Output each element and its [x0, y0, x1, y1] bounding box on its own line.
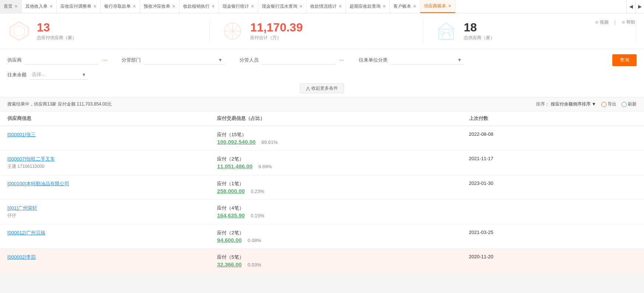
stat-label-total: 总供应商（家）: [464, 35, 495, 41]
close-tab-customer-ledger[interactable]: ✕: [413, 4, 416, 9]
transaction-label: 应付（4笔）: [217, 205, 469, 211]
transaction-label: 应付（5笔）: [217, 254, 469, 261]
close-tab-receipt-stats[interactable]: ✕: [339, 4, 342, 9]
export-icon: [601, 102, 606, 107]
transaction-row: 258,000.00 0.23%: [217, 187, 469, 194]
transaction-percent: 9.89%: [258, 164, 272, 169]
table-row[interactable]: [000012]广州贝瑞 应付（2笔） 94,600.00 0.08% 2021…: [0, 224, 644, 249]
supplier-dots[interactable]: ···: [102, 57, 107, 63]
supplier-table: 供应商信息 应付交易信息（占比） 上次付数 [000001]张三 应付（15笔）…: [0, 111, 644, 273]
transaction-amount[interactable]: 94,600.00: [217, 237, 242, 243]
tab-bank-deposit[interactable]: 银行存取款单 ✕: [101, 0, 140, 13]
table-row[interactable]: [000001]张三 应付（15笔） 100,092,540.00 89.61%…: [0, 126, 644, 151]
balance-select[interactable]: 选择... ▼: [29, 70, 88, 80]
supplier-link[interactable]: [000002]李四: [7, 254, 217, 261]
transaction-percent: 0.08%: [248, 238, 261, 243]
tab-receipt-stats[interactable]: 收款情况统计 ✕: [307, 0, 346, 13]
category-select[interactable]: ▼: [391, 56, 464, 65]
stats-bar: 13 总应付供应商（家） 11,170.39 应付合计（万）: [0, 13, 644, 49]
close-tab-receipt-verify[interactable]: ✕: [211, 4, 215, 9]
supplier-input[interactable]: [25, 56, 98, 65]
close-tab-bank-deposit[interactable]: ✕: [133, 4, 136, 9]
person-dots[interactable]: ···: [339, 57, 344, 63]
stat-label-ap: 应付合计（万）: [250, 35, 302, 41]
transaction-info: 应付（2笔） 94,600.00 0.08%: [217, 230, 469, 243]
person-input[interactable]: [262, 56, 335, 65]
refresh-button[interactable]: 刷新: [622, 101, 637, 107]
tab-prepay-offset[interactable]: 预收冲应收单 ✕: [140, 0, 179, 13]
sort-value[interactable]: 按应付余额倒序排序 ▼: [551, 101, 596, 107]
tab-overdue-ar[interactable]: 超期应收款查询 ✕: [346, 0, 390, 13]
close-tab-cash-bank-flow[interactable]: ✕: [299, 4, 302, 9]
transaction-amount[interactable]: 258,000.00: [217, 188, 245, 194]
results-bar: 搜索结果中，供应商13家 应付金额 111,703,854.00元 排序： 按应…: [0, 97, 644, 111]
dept-select[interactable]: ▼: [144, 56, 225, 65]
stat-ap-total: 11,170.39 应付合计（万）: [210, 19, 423, 43]
supplier-info: [000001]张三: [7, 131, 217, 138]
category-arrow: ▼: [457, 57, 462, 63]
tab-home[interactable]: 首页 ✕: [0, 0, 22, 13]
close-tab-cash-bank-stats[interactable]: ✕: [251, 4, 254, 9]
sort-label: 排序： 按应付余额倒序排序 ▼: [536, 101, 596, 107]
svg-rect-8: [442, 33, 450, 39]
transaction-row: 164,635.90 0.15%: [217, 211, 469, 218]
transaction-amount[interactable]: 32,366.00: [217, 261, 242, 268]
table-row[interactable]: [000100]本特勤油品有限公司 应付（1笔） 258,000.00 0.23…: [0, 175, 644, 200]
table-rows: [000001]张三 应付（15笔） 100,092,540.00 89.61%…: [0, 126, 644, 273]
stat-label-suppliers: 总应付供应商（家）: [37, 35, 77, 41]
query-button[interactable]: 查询: [612, 54, 637, 66]
tab-receipt-verify[interactable]: 收款核销执行 ✕: [179, 0, 219, 13]
nav-prev[interactable]: ◀: [626, 0, 635, 13]
table-header: 供应商信息 应付交易信息（占比） 上次付数: [0, 111, 644, 126]
transaction-amount[interactable]: 164,635.90: [217, 212, 245, 218]
nav-arrows: ◀ ▶: [626, 0, 644, 13]
transaction-label: 应付（1笔）: [217, 180, 469, 187]
transaction-percent: 0.15%: [251, 213, 264, 218]
tab-cash-bank-stats[interactable]: 现金银行统计 ✕: [219, 0, 258, 13]
supplier-info: [000007]恒旺二手叉车 王通 17106110000: [7, 156, 217, 170]
transaction-amount[interactable]: 11,051,486.00: [217, 163, 252, 169]
divider: ｜: [613, 20, 617, 25]
stat-value-ap: 11,170.39: [250, 21, 302, 33]
close-tab-ar-ap-adjust[interactable]: ✕: [93, 4, 97, 9]
collapse-button[interactable]: ⋀ 收起更多条件: [300, 83, 344, 93]
supplier-link[interactable]: [000100]本特勤油品有限公司: [7, 180, 217, 187]
tab-supplier-ledger[interactable]: 供应商账本 ✕: [420, 0, 455, 13]
last-pay-date: 2021-03-25: [469, 230, 637, 235]
close-tab-other-income[interactable]: ✕: [49, 4, 53, 9]
export-button[interactable]: 导出: [601, 101, 616, 107]
transaction-label: 应付（2笔）: [217, 156, 469, 162]
stat-supplier-count: 13 总应付供应商（家）: [7, 19, 210, 43]
help-link[interactable]: ⊙ 帮助: [622, 20, 635, 25]
tab-ar-ap-adjust[interactable]: 应收应付调整单 ✕: [57, 0, 101, 13]
filter-person: 分管人员 ···: [239, 56, 344, 65]
supplier-link[interactable]: [000012]广州贝瑞: [7, 230, 217, 236]
table-row[interactable]: [000007]恒旺二手叉车 王通 17106110000 应付（2笔） 11,…: [0, 151, 644, 175]
transaction-row: 94,600.00 0.08%: [217, 236, 469, 243]
supplier-link[interactable]: [000001]张三: [7, 131, 217, 138]
close-tab-home[interactable]: ✕: [14, 4, 18, 9]
close-tab-supplier-ledger[interactable]: ✕: [448, 4, 451, 8]
table-row[interactable]: [000002]李四 应付（5笔） 32,366.00 0.03% 2020-1…: [0, 249, 644, 273]
table-row[interactable]: [001]广州荣轩 仔仔 应付（4笔） 164,635.90 0.15%: [0, 200, 644, 224]
transaction-amount[interactable]: 100,092,540.00: [217, 139, 255, 145]
col-header-transaction: 应付交易信息（占比）: [217, 115, 469, 122]
nav-next[interactable]: ▶: [635, 0, 644, 13]
tab-customer-ledger[interactable]: 客户账本 ✕: [390, 0, 420, 13]
filter-category: 往来单位分类 ▼: [359, 56, 464, 65]
video-link[interactable]: ⊙ 视频: [595, 20, 609, 25]
tab-other-income[interactable]: 其他收入单 ✕: [22, 0, 57, 13]
collapse-row: ⋀ 收起更多条件: [7, 83, 637, 93]
transaction-label: 应付（15笔）: [217, 131, 469, 138]
close-tab-prepay-offset[interactable]: ✕: [172, 4, 175, 9]
svg-rect-7: [439, 29, 454, 39]
supplier-link[interactable]: [000007]恒旺二手叉车: [7, 156, 217, 162]
tab-cash-bank-flow[interactable]: 现金银行流水查询 ✕: [258, 0, 307, 13]
supplier-label: 供应商: [7, 57, 22, 63]
supplier-link[interactable]: [001]广州荣轩: [7, 205, 217, 211]
balance-label: 往来余额: [7, 72, 27, 78]
transaction-info: 应付（1笔） 258,000.00 0.23%: [217, 180, 469, 194]
stat-value-suppliers: 13: [37, 21, 77, 33]
last-pay-date: 2020-11-20: [469, 254, 637, 259]
close-tab-overdue-ar[interactable]: ✕: [382, 4, 386, 9]
